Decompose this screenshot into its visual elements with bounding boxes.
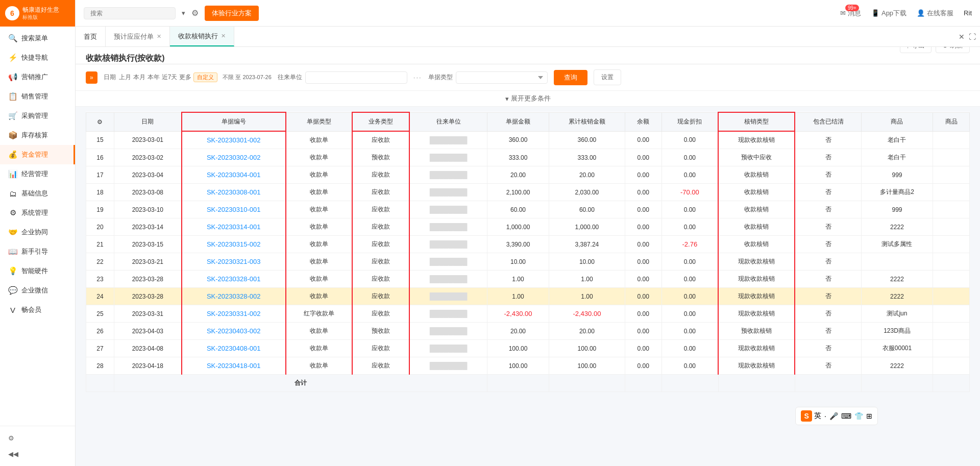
bill-no-link[interactable]: SK-20230315-002 [207,240,261,248]
topbar-gear-icon[interactable]: ⚙ [191,8,199,18]
page-header: 收款核销执行(按收款) ↑ 导出 ↻ 刷新 [76,47,980,64]
sidebar-item-quick[interactable]: ⚡快捷导航 [0,48,75,67]
col-acc-amount[interactable]: 累计核销金额 [549,112,625,131]
col-amount[interactable]: 单据金额 [487,112,549,131]
tab-receipt[interactable]: 收款核销执行 ✕ [170,27,234,46]
refresh-button[interactable]: ↻ 刷新 [936,47,970,53]
filter-date-last-month[interactable]: 上月 [119,73,131,82]
tab-pending-close[interactable]: ✕ [157,33,161,40]
export-button[interactable]: ↑ 导出 [900,47,932,53]
cell-bill-no: SK-20230315-002 [182,236,286,253]
col-partner[interactable]: 往来单位 [409,112,487,131]
filter-date-custom[interactable]: 自定义 [193,72,217,82]
col-bill-type[interactable]: 单据类型 [286,112,353,131]
sidebar-item-sales[interactable]: 📋销售管理 [0,87,75,106]
cell-bill-type: 收款单 [286,218,353,236]
tabs-close-button[interactable]: ✕ [959,33,965,41]
bill-no-link[interactable]: SK-20230301-002 [207,136,261,144]
topbar-app-download[interactable]: 📱 App下载 [871,9,906,18]
sidebar-item-purchase[interactable]: 🛒采购管理 [0,106,75,126]
bill-no-link[interactable]: SK-20230321-003 [207,258,261,265]
sidebar-item-inventory[interactable]: 📦库存核算 [0,126,75,145]
cell-partner: ████████ [409,271,487,288]
bill-no-link[interactable]: SK-20230403-002 [207,327,261,335]
bill-no-link[interactable]: SK-20230308-001 [207,188,261,196]
cell-bill-type: 收款单 [286,253,353,271]
cell-no: 27 [86,340,114,357]
filter-partner-input[interactable] [305,71,407,84]
col-cash-disc[interactable]: 现金折扣 [662,112,718,131]
cell-partner: ████████ [409,218,487,236]
sidebar-item-system[interactable]: ⚙系统管理 [0,203,75,223]
tab-pending[interactable]: 预计应应付单 ✕ [106,27,170,46]
col-write-type[interactable]: 核销类型 [718,112,795,131]
cell-bill-type: 收款单 [286,236,353,253]
sidebar-item-corp[interactable]: 🤝企业协同 [0,223,75,242]
filter-bill-type-select[interactable] [456,71,548,84]
topbar-message[interactable]: ✉ 消息 99+ [840,9,861,18]
bill-no-link[interactable]: SK-20230304-001 [207,171,261,179]
cell-date: 2023-03-28 [114,271,181,288]
sidebar-item-operation[interactable]: 📊经营管理 [0,164,75,184]
col-include-settled[interactable]: 包含已结清 [795,112,861,131]
filter-date-this-year[interactable]: 本年 [148,73,160,82]
setting-button[interactable]: 设置 [594,69,621,85]
sidebar-item-finance[interactable]: 💰资金管理 [0,145,75,164]
col-goods[interactable]: 商品 [861,112,933,131]
cell-bill-type: 收款单 [286,201,353,218]
col-date[interactable]: 日期 [114,112,181,131]
cell-include-settled: 否 [795,184,861,201]
bill-no-link[interactable]: SK-20230302-002 [207,154,261,161]
cell-biz-type: 预收款 [352,149,409,166]
sidebar-item-guide[interactable]: 📖新手引导 [0,242,75,261]
tab-home[interactable]: 首页 [76,27,106,46]
cell-partner: ████████ [409,288,487,305]
table-row: 20 2023-03-14 SK-20230314-001 收款单 应收款 ██… [86,218,970,236]
bill-no-link[interactable]: SK-20230328-001 [207,275,261,283]
col-settings[interactable]: ⚙ [86,112,114,131]
filter-date-this-month[interactable]: 本月 [133,73,145,82]
cell-balance: 0.00 [625,184,662,201]
tabs-expand-button[interactable]: ⛶ [969,33,976,41]
filter-date-more[interactable]: 更多 [179,73,191,82]
cell-biz-type: 应收款 [352,218,409,236]
cell-cash-disc: 0.00 [662,340,718,357]
table-row: 18 2023-03-08 SK-20230308-001 收款单 应收款 ██… [86,184,970,201]
sidebar-item-marketing[interactable]: 📢营销推广 [0,67,75,87]
filter-date-7days[interactable]: 近7天 [162,73,178,82]
topbar-user[interactable]: Rit [964,9,972,17]
sidebar-bottom: ⚙ ◀◀ [0,426,75,466]
sidebar-bottom-settings[interactable]: ⚙ [0,430,75,446]
query-button[interactable]: 查询 [554,70,587,85]
search-input[interactable] [84,7,176,19]
col-balance[interactable]: 余额 [625,112,662,131]
cell-goods: 老白干 [861,149,933,166]
cell-goods: 123D商品 [861,323,933,340]
wm-icon-1: 英 [814,411,821,421]
col-biz-type[interactable]: 业务类型 [352,112,409,131]
sidebar-item-basic[interactable]: 🗂基础信息 [0,184,75,203]
topbar-online-service[interactable]: 👤 在线客服 [917,9,953,18]
bill-no-link[interactable]: SK-20230310-001 [207,206,261,213]
sidebar-item-wechat[interactable]: 💬企业微信 [0,281,75,300]
col-goods2[interactable]: 商品 [933,112,970,131]
bill-no-link[interactable]: SK-20230314-001 [207,223,261,231]
bill-no-link[interactable]: SK-20230328-002 [207,292,261,300]
bill-no-link[interactable]: SK-20230408-001 [207,345,261,352]
collapse-icon: ◀◀ [8,450,18,458]
tab-receipt-close[interactable]: ✕ [221,33,226,39]
sidebar-item-search[interactable]: 🔍搜索菜单 [0,29,75,48]
sidebar-item-member[interactable]: V畅会员 [0,300,75,320]
filter-expand-more-row: ▾ 展开更多条件 [76,91,980,107]
cell-partner: ████████ [409,149,487,166]
bill-no-link[interactable]: SK-20230418-001 [207,362,261,370]
topbar-dropdown-icon[interactable]: ▾ [182,9,185,17]
sidebar-item-hardware[interactable]: 💡智能硬件 [0,261,75,281]
cell-goods2 [933,323,970,340]
solution-button[interactable]: 体验行业方案 [205,6,259,21]
filter-expand-more-button[interactable]: ▾ 展开更多条件 [505,94,551,103]
sidebar-bottom-collapse[interactable]: ◀◀ [0,446,75,462]
filter-expand-button[interactable]: » [86,71,97,84]
col-bill-no[interactable]: 单据编号 [182,112,286,131]
bill-no-link[interactable]: SK-20230331-002 [207,310,261,317]
